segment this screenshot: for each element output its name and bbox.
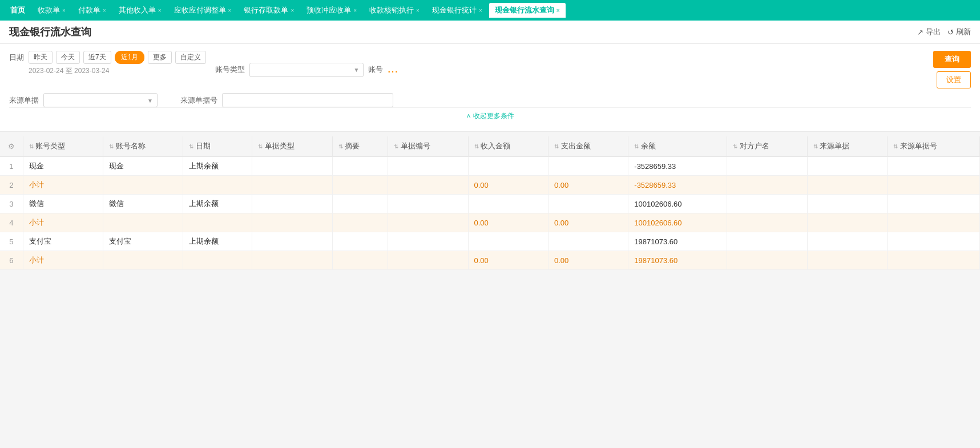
account-type-label: 账号类型 xyxy=(215,64,245,75)
source-doc-filter-group: 来源单据 ▼ xyxy=(9,93,158,107)
tab-close-icon[interactable]: × xyxy=(62,7,66,14)
date-option-近7天[interactable]: 近7天 xyxy=(83,51,111,64)
cell-account_name xyxy=(103,176,183,195)
table-row: 2小计0.000.00-3528659.33 xyxy=(0,176,980,195)
nav-tab-label: 预收冲应收单 xyxy=(306,5,351,15)
tab-close-icon[interactable]: × xyxy=(158,7,162,14)
date-option-更多[interactable]: 更多 xyxy=(148,51,172,64)
cell-doc_no xyxy=(388,195,468,213)
date-option-昨天[interactable]: 昨天 xyxy=(29,51,53,64)
nav-tab-收款核销执行[interactable]: 收款核销执行× xyxy=(364,3,425,18)
nav-tab-label: 现金银行统计 xyxy=(432,5,477,15)
column-header-summary[interactable]: ⇅ 摘要 xyxy=(332,136,388,156)
cell-summary xyxy=(332,156,388,176)
column-header-account_type[interactable]: ⇅ 账号类型 xyxy=(23,136,103,156)
chevron-up-icon: ∧ xyxy=(466,112,471,120)
nav-tab-银行存取款单[interactable]: 银行存取款单× xyxy=(238,3,300,18)
nav-tab-现金银行统计[interactable]: 现金银行统计× xyxy=(426,3,488,18)
table-row: 4小计0.000.00100102606.60 xyxy=(0,213,980,232)
nav-tab-预收冲应收单[interactable]: 预收冲应收单× xyxy=(301,3,362,18)
refresh-label: 刷新 xyxy=(956,27,971,37)
date-option-近1月[interactable]: 近1月 xyxy=(115,51,145,64)
column-header-source_doc[interactable]: ⇅ 来源单据 xyxy=(807,136,887,156)
account-type-select-wrapper: 现金 微信 支付宝 ▼ xyxy=(249,63,364,77)
cell-account_type: 小计 xyxy=(23,213,103,232)
column-header-account_name[interactable]: ⇅ 账号名称 xyxy=(103,136,183,156)
account-label: 账号 xyxy=(368,64,383,75)
cell-source_doc xyxy=(807,195,887,213)
column-header-date[interactable]: ⇅ 日期 xyxy=(183,136,252,156)
second-filter-row: 来源单据 ▼ 来源单据号 xyxy=(9,93,971,107)
tab-close-icon[interactable]: × xyxy=(228,7,232,14)
table-body: 1现金现金上期余额-3528659.332小计0.000.00-3528659.… xyxy=(0,156,980,270)
tab-close-icon[interactable]: × xyxy=(556,7,560,14)
column-header-counterpart[interactable]: ⇅ 对方户名 xyxy=(727,136,807,156)
column-header-balance[interactable]: ⇅ 余额 xyxy=(628,136,727,156)
cell-account_type: 小计 xyxy=(23,251,103,270)
tab-close-icon[interactable]: × xyxy=(416,7,420,14)
cell-expense xyxy=(548,195,628,213)
table-header: ⚙⇅ 账号类型⇅ 账号名称⇅ 日期⇅ 单据类型⇅ 摘要⇅ 单据编号⇅ 收入金额⇅… xyxy=(0,136,980,156)
cell-source_doc_no xyxy=(887,156,979,176)
tab-close-icon[interactable]: × xyxy=(291,7,294,14)
filter-action-buttons: 查询 设置 xyxy=(933,51,971,88)
cell-doc_no xyxy=(388,156,468,176)
column-header-doc_no[interactable]: ⇅ 单据编号 xyxy=(388,136,468,156)
column-header-income[interactable]: ⇅ 收入金额 xyxy=(468,136,548,156)
cell-date: 上期余额 xyxy=(183,195,252,213)
nav-tab-应收应付调整单[interactable]: 应收应付调整单× xyxy=(168,3,237,18)
cell-account_type: 现金 xyxy=(23,156,103,176)
date-option-今天[interactable]: 今天 xyxy=(56,51,80,64)
top-navigation: 首页 收款单×付款单×其他收入单×应收应付调整单×银行存取款单×预收冲应收单×收… xyxy=(0,0,980,21)
column-header-doc_type[interactable]: ⇅ 单据类型 xyxy=(252,136,332,156)
cell-source_doc xyxy=(807,176,887,195)
nav-tab-付款单[interactable]: 付款单× xyxy=(72,3,112,18)
date-range-display: 2023-02-24 至 2023-03-24 xyxy=(29,67,109,75)
collapse-label: 收起更多条件 xyxy=(473,112,514,120)
source-doc-select[interactable] xyxy=(43,93,158,107)
settings-button[interactable]: 设置 xyxy=(937,71,971,88)
tab-close-icon[interactable]: × xyxy=(103,7,106,14)
column-header-expense[interactable]: ⇅ 支出金额 xyxy=(548,136,628,156)
source-doc-no-input[interactable] xyxy=(222,93,393,107)
cell-account_name xyxy=(103,251,183,270)
collapse-bar[interactable]: ∧ 收起更多条件 xyxy=(9,107,971,124)
cell-summary xyxy=(332,213,388,232)
date-option-自定义[interactable]: 自定义 xyxy=(175,51,206,64)
refresh-button[interactable]: ↺ 刷新 xyxy=(947,27,971,37)
account-type-filter-group: 账号类型 现金 微信 支付宝 ▼ 账号 ... xyxy=(215,51,924,88)
account-dots-button[interactable]: ... xyxy=(388,64,398,75)
nav-tab-现金银行流水查询[interactable]: 现金银行流水查询× xyxy=(489,3,566,18)
cell-balance: -3528659.33 xyxy=(628,156,727,176)
cell-counterpart xyxy=(727,213,807,232)
table-settings-gear[interactable]: ⚙ xyxy=(0,136,23,156)
cell-doc_type xyxy=(252,232,332,251)
cell-account_name xyxy=(103,213,183,232)
table-row: 6小计0.000.0019871073.60 xyxy=(0,251,980,270)
cell-date xyxy=(183,213,252,232)
date-filter-label: 日期 xyxy=(9,53,24,63)
cell-account_name: 微信 xyxy=(103,195,183,213)
source-doc-no-label: 来源单据号 xyxy=(180,95,217,106)
nav-tab-收款单[interactable]: 收款单× xyxy=(32,3,71,18)
data-table-container: ⚙⇅ 账号类型⇅ 账号名称⇅ 日期⇅ 单据类型⇅ 摘要⇅ 单据编号⇅ 收入金额⇅… xyxy=(0,136,980,270)
cell-expense xyxy=(548,156,628,176)
cell-summary xyxy=(332,176,388,195)
account-type-select[interactable]: 现金 微信 支付宝 xyxy=(249,63,364,77)
refresh-icon: ↺ xyxy=(947,28,954,37)
tab-close-icon[interactable]: × xyxy=(353,7,357,14)
tab-close-icon[interactable]: × xyxy=(479,7,482,14)
export-button[interactable]: ↗ 导出 xyxy=(917,27,941,37)
column-header-source_doc_no[interactable]: ⇅ 来源单据号 xyxy=(887,136,979,156)
gear-icon[interactable]: ⚙ xyxy=(8,142,15,151)
cell-income xyxy=(468,156,548,176)
cell-index: 3 xyxy=(0,195,23,213)
query-button[interactable]: 查询 xyxy=(933,51,971,68)
cell-date: 上期余额 xyxy=(183,156,252,176)
nav-tab-label: 收款单 xyxy=(38,5,60,15)
nav-home[interactable]: 首页 xyxy=(5,3,31,18)
nav-tab-其他收入单[interactable]: 其他收入单× xyxy=(113,3,167,18)
filter-area: 日期 昨天今天近7天近1月更多自定义 2023-02-24 至 2023-03-… xyxy=(0,44,980,132)
cell-doc_type xyxy=(252,213,332,232)
date-filter-group: 日期 昨天今天近7天近1月更多自定义 2023-02-24 至 2023-03-… xyxy=(9,51,206,88)
